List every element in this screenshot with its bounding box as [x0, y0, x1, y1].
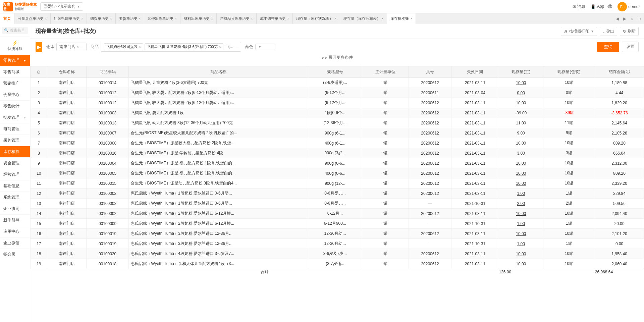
tab-9[interactable]: 现存量（库存状况表） ×	[293, 13, 340, 24]
cell-qty-main[interactable]: 0.00	[499, 88, 543, 98]
cell-qty-main[interactable]: 10.00	[499, 209, 543, 219]
cell-qty-main[interactable]: 10.00	[499, 178, 543, 189]
goods-tag-del-1[interactable]: ×	[139, 45, 141, 49]
cell-code: 00100019	[86, 229, 129, 239]
warehouse-close-icon[interactable]: ×	[77, 45, 79, 49]
sidebar-item-operations[interactable]: 经营管理	[0, 169, 30, 180]
tab-home[interactable]: 首页	[0, 13, 14, 24]
col-settings[interactable]: ⚙	[31, 66, 47, 78]
tab-prev-btn[interactable]: ◀	[614, 15, 621, 22]
message-btn[interactable]: ✉ 消息	[573, 4, 585, 9]
workspace-selector[interactable]: 母婴行业演示账套 ▼	[40, 2, 83, 11]
query-button[interactable]: 查询	[597, 42, 619, 52]
sidebar-expand-btn[interactable]: ▶	[36, 42, 42, 52]
tab-close-2[interactable]: ×	[81, 17, 83, 20]
cell-code: 00100020	[86, 249, 129, 259]
sidebar-item-members[interactable]: 会员中心	[0, 89, 30, 101]
cell-warehouse: 南岸门店	[47, 259, 86, 269]
goods-input[interactable]: 飞鹤奶粉3段同提装 × 飞鹤星飞帆 儿童奶粉 4段(3-6岁适用) 700克 ×…	[101, 42, 241, 52]
tab-2[interactable]: 组装拆卸单历史 ×	[51, 13, 87, 24]
cell-qty-pkg: 10罐	[543, 138, 595, 148]
sidebar-item-inventory[interactable]: 库存核算	[0, 146, 30, 158]
sidebar-item-vip[interactable]: 畅会员	[0, 249, 30, 260]
tab-close-7[interactable]: ×	[251, 17, 253, 20]
tab-close-3[interactable]: ×	[110, 17, 112, 20]
cell-qty-main[interactable]: 10.00	[499, 229, 543, 239]
tab-close-11[interactable]: ×	[410, 17, 412, 20]
cell-qty-main[interactable]: 1.00	[499, 219, 543, 229]
tab-1[interactable]: 分量盘点单历史 ×	[14, 13, 51, 24]
search-box[interactable]: 🔍 搜索菜单	[2, 27, 28, 34]
tab-close-5[interactable]: ×	[175, 17, 177, 20]
sidebar-item-retail[interactable]: 零售管理 ▼	[0, 55, 30, 66]
quick-nav-item[interactable]: ⚡ 快捷导航	[0, 38, 30, 53]
sidebar-item-wechat[interactable]: 企业微信	[0, 237, 30, 249]
tab-close-4[interactable]: ×	[139, 17, 141, 20]
tab-close-10[interactable]: ×	[382, 17, 384, 20]
sidebar-item-purchase[interactable]: 采购管理	[0, 135, 30, 146]
app-download-btn[interactable]: 📱 App下载	[591, 4, 612, 9]
cell-qty-pkg: 3罐	[543, 148, 595, 158]
cell-qty-main[interactable]: 10.00	[499, 98, 543, 108]
tab-3[interactable]: 调拨单历史 ×	[87, 13, 116, 24]
sidebar-item-system[interactable]: 系统管理	[0, 192, 30, 203]
sidebar-item-online-store[interactable]: 零售商城	[0, 66, 30, 78]
sidebar-item-guide[interactable]: 新手引导	[0, 215, 30, 226]
sidebar-item-basics[interactable]: 基础信息	[0, 180, 30, 192]
workspace-arrow-icon: ▼	[77, 5, 80, 8]
cell-spec: (6-12个月...	[308, 98, 362, 108]
tab-8[interactable]: 成本调整单历史 ×	[257, 13, 293, 24]
expand-more-btn[interactable]: ∨∨ 展开更多条件	[319, 53, 356, 62]
refresh-btn[interactable]: ↻ 刷新	[620, 27, 639, 36]
sidebar-item-apps[interactable]: 应用中心	[0, 226, 30, 237]
cell-qty-main[interactable]: 9.00	[499, 128, 543, 138]
cell-qty-main[interactable]: 10.00	[499, 78, 543, 88]
tab-close-9[interactable]: ×	[334, 17, 336, 20]
cell-qty-main[interactable]: 10.00	[499, 249, 543, 259]
sidebar-item-ecommerce[interactable]: 电商管理	[0, 123, 30, 135]
tab-4[interactable]: 要货单历史 ×	[116, 13, 145, 24]
cell-qty-main[interactable]: 1.00	[499, 189, 543, 199]
cell-qty-main[interactable]: 10.00	[499, 168, 543, 178]
cell-unit: 罐	[362, 229, 409, 239]
sidebar-item-collab[interactable]: 企业协同	[0, 203, 30, 215]
tab-11[interactable]: 库存批次账 ×	[387, 13, 416, 24]
settings-button[interactable]: 设置	[622, 42, 639, 52]
export-btn[interactable]: ↓ 导出	[600, 27, 617, 36]
color-input[interactable]: ▼	[255, 44, 275, 50]
tab-close-1[interactable]: ×	[45, 17, 47, 20]
cell-qty-main[interactable]: -39.00	[499, 108, 543, 118]
sidebar-item-marketing[interactable]: 营销推广	[0, 78, 30, 89]
user-profile[interactable]: Ea demo2	[618, 2, 641, 11]
cell-qty-main[interactable]: 3.00	[499, 148, 543, 158]
tab-5[interactable]: 其他出库单历史 ×	[144, 13, 180, 24]
cell-qty-main[interactable]: 10.00	[499, 158, 543, 168]
column-settings-icon[interactable]: ⚙	[37, 69, 41, 75]
col-name: 商品名称	[129, 66, 308, 78]
tab-10[interactable]: 现存量（库存分布表） ×	[340, 13, 387, 24]
sidebar-item-wholesale[interactable]: 批发管理 ▼	[0, 112, 30, 123]
cell-qty-main[interactable]: 10.00	[499, 259, 543, 269]
tab-close-all-btn[interactable]: ×	[629, 15, 635, 22]
goods-tag-del-2[interactable]: ×	[219, 45, 221, 49]
warehouse-input[interactable]: 南岸门店 × ...	[56, 43, 87, 51]
print-btn[interactable]: 🖨 按模板打印 ▼	[561, 27, 597, 36]
tab-6[interactable]: 材料出库单历史 ×	[180, 13, 217, 24]
goods-tag-2[interactable]: 飞鹤星飞帆 儿童奶粉 4段(3-6岁适用) 700克 ×	[145, 43, 223, 50]
tab-close-8[interactable]: ×	[287, 17, 289, 20]
app-icon: 📱	[591, 4, 596, 9]
sidebar-item-finance[interactable]: 资金管理	[0, 158, 30, 169]
cell-name: 飞鹤星飞帆 婴儿配方奶粉 1段	[129, 108, 308, 118]
sidebar-item-retail-stats[interactable]: 零售统计	[0, 101, 30, 112]
tab-close-6[interactable]: ×	[211, 17, 213, 20]
cell-qty-main[interactable]: 1.00	[499, 239, 543, 249]
cell-qty-main[interactable]: 10.00	[499, 138, 543, 148]
cell-amount: 809.20	[595, 138, 644, 148]
goods-tag-1[interactable]: 飞鹤奶粉3段同提装 ×	[104, 43, 143, 50]
cell-no: 8	[31, 148, 47, 158]
tab-7[interactable]: 产成品入库单历史 ×	[217, 13, 257, 24]
cell-qty-main[interactable]: 2.00	[499, 199, 543, 209]
tab-menu-btn[interactable]: □	[636, 15, 643, 22]
tab-next-btn[interactable]: ▶	[621, 15, 628, 22]
cell-qty-main[interactable]: 11.00	[499, 118, 543, 128]
